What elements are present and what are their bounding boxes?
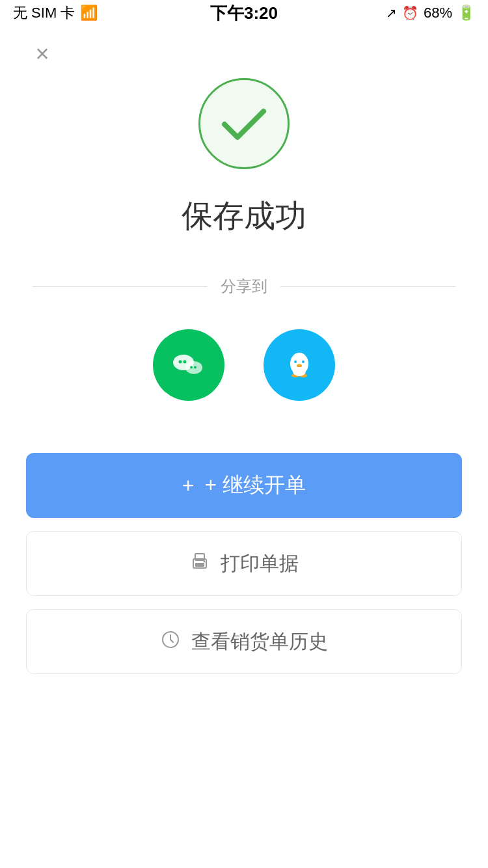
battery-text: 68% — [424, 5, 452, 21]
print-label: 打印单据 — [221, 550, 299, 577]
share-line-right — [280, 286, 455, 287]
close-icon: × — [35, 42, 49, 66]
no-sim-text: 无 SIM 卡 — [13, 3, 75, 23]
success-circle — [198, 78, 290, 169]
location-icon: ↗ — [386, 5, 397, 21]
share-label: 分享到 — [208, 276, 280, 297]
wechat-icon — [169, 346, 208, 385]
status-left: 无 SIM 卡 📶 — [13, 3, 98, 23]
qq-icon — [280, 346, 319, 385]
svg-point-4 — [190, 366, 193, 369]
continue-create-button[interactable]: + + 继续开单 — [26, 453, 462, 518]
clock-icon — [160, 629, 181, 655]
print-button[interactable]: 打印单据 — [26, 531, 462, 596]
printer-icon — [189, 551, 210, 576]
svg-point-18 — [204, 560, 206, 562]
wechat-share-button[interactable] — [153, 329, 224, 401]
svg-rect-16 — [195, 563, 204, 567]
success-title: 保存成功 — [182, 195, 306, 237]
svg-point-2 — [183, 360, 187, 364]
battery-icon: 🔋 — [457, 5, 475, 21]
share-line-left — [33, 286, 208, 287]
plus-icon: + — [182, 474, 195, 498]
svg-point-1 — [179, 360, 182, 364]
alarm-icon: ⏰ — [402, 5, 418, 21]
actions-container: + + 继续开单 打印单据 查看销货单历史 — [0, 453, 488, 674]
svg-point-10 — [302, 360, 305, 363]
svg-point-9 — [294, 360, 297, 363]
close-button[interactable]: × — [26, 38, 59, 70]
svg-point-3 — [185, 361, 202, 374]
continue-create-label: + 继续开单 — [205, 471, 306, 500]
history-button[interactable]: 查看销货单历史 — [26, 609, 462, 674]
checkmark-icon — [221, 106, 267, 142]
wifi-icon: 📶 — [80, 5, 98, 21]
qq-share-button[interactable] — [264, 329, 335, 401]
svg-point-14 — [293, 367, 306, 376]
history-label: 查看销货单历史 — [191, 629, 328, 655]
status-right: ↗ ⏰ 68% 🔋 — [386, 5, 475, 21]
main-content: 保存成功 分享到 — [0, 26, 488, 868]
share-icons-container — [153, 329, 335, 401]
svg-point-5 — [194, 366, 197, 369]
status-bar: 无 SIM 卡 📶 下午3:20 ↗ ⏰ 68% 🔋 — [0, 0, 488, 26]
svg-point-11 — [297, 364, 302, 368]
share-divider: 分享到 — [0, 276, 488, 297]
status-time: 下午3:20 — [210, 2, 278, 25]
